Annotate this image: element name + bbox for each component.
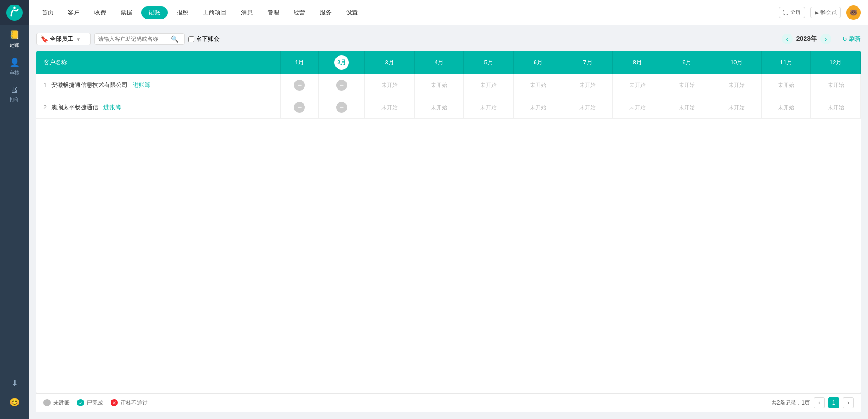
legend-completed: ✓ 已完成 <box>77 399 103 407</box>
row-index: 1 <box>43 82 47 88</box>
top-nav: 首页 客户 收费 票据 记账 报税 工商项目 消息 管理 经营 服务 设置 ⛶ … <box>29 0 868 25</box>
col-header-jun: 6月 <box>513 51 563 74</box>
search-icon[interactable]: 🔍 <box>171 35 178 43</box>
year-nav: ‹ 2023年 › <box>782 34 831 44</box>
next-year-button[interactable]: › <box>820 34 831 44</box>
sidebar-logo <box>0 0 29 25</box>
sidebar-item-download[interactable]: ⬇ <box>0 374 29 393</box>
accounting-icon: 📒 <box>10 30 19 40</box>
status-not-started: 未开始 <box>728 104 745 111</box>
status-not-started: 未开始 <box>480 104 497 111</box>
footer: 未建账 ✓ 已完成 ✕ 审核不通过 共2条记录，1页 ‹ 1 › <box>36 393 861 412</box>
dropdown-arrow-icon: ▾ <box>77 36 80 43</box>
status-dash-icon: − <box>294 80 305 91</box>
status-not-started: 未开始 <box>828 104 844 111</box>
svg-point-1 <box>13 7 15 9</box>
next-page-button[interactable]: › <box>843 397 854 408</box>
main-area: 首页 客户 收费 票据 记账 报税 工商项目 消息 管理 经营 服务 设置 ⛶ … <box>29 0 868 419</box>
cell-oct: 未开始 <box>712 96 761 119</box>
table-wrapper: 客户名称 1月 2月 3月 4月 5月 6月 7月 8月 9月 10月 <box>36 51 861 393</box>
sidebar: 📒 记账 👤 审核 🖨 打印 ⬇ 😊 <box>0 0 29 419</box>
nav-tax[interactable]: 报税 <box>171 7 194 19</box>
sidebar-bottom: ⬇ 😊 <box>0 374 29 419</box>
sidebar-item-print-label: 打印 <box>10 96 19 103</box>
nav-right: ⛶ 全屏 ▶ 畅会员 🐻 <box>779 5 861 20</box>
status-not-started: 未开始 <box>778 104 794 111</box>
nav-invoice[interactable]: 票据 <box>115 7 138 19</box>
status-dash-icon: − <box>336 102 347 113</box>
cell-mar: 未开始 <box>365 96 414 119</box>
status-not-started: 未开始 <box>381 82 398 88</box>
nav-message[interactable]: 消息 <box>236 7 258 19</box>
nav-accounting[interactable]: 记账 <box>141 6 168 19</box>
legend-rejected-label: 审核不通过 <box>121 399 148 407</box>
member-button[interactable]: ▶ 畅会员 <box>810 7 841 18</box>
cell-jan: − <box>280 96 319 119</box>
sidebar-item-audit[interactable]: 👤 审核 <box>0 53 29 81</box>
cell-jun: 未开始 <box>513 74 563 96</box>
status-not-started: 未开始 <box>530 82 546 88</box>
nav-settings[interactable]: 设置 <box>341 7 363 19</box>
member-icon: ▶ <box>815 10 819 16</box>
nav-billing[interactable]: 收费 <box>89 7 111 19</box>
col-header-jul: 7月 <box>563 51 612 74</box>
search-wrapper: 🔍 <box>94 33 185 45</box>
sidebar-item-print[interactable]: 🖨 打印 <box>0 81 29 108</box>
employee-select[interactable]: 🔖 全部员工 ▾ <box>36 33 91 45</box>
nav-bizproject[interactable]: 工商项目 <box>198 7 232 19</box>
cell-apr: 未开始 <box>414 74 463 96</box>
prev-page-button[interactable]: ‹ <box>814 397 825 408</box>
search-input[interactable] <box>98 36 171 42</box>
legend-red-dot: ✕ <box>111 399 118 406</box>
cell-may: 未开始 <box>464 74 513 96</box>
main-table: 客户名称 1月 2月 3月 4月 5月 6月 7月 8月 9月 10月 <box>36 51 861 119</box>
nav-service[interactable]: 服务 <box>314 7 337 19</box>
nav-home[interactable]: 首页 <box>36 7 59 19</box>
cell-nov: 未开始 <box>761 74 810 96</box>
nav-customer[interactable]: 客户 <box>63 7 85 19</box>
sidebar-item-help[interactable]: 😊 <box>0 393 29 412</box>
employee-select-label: 全部员工 <box>50 35 73 43</box>
enter-ledger-link[interactable]: 进账簿 <box>133 82 150 88</box>
cell-jul: 未开始 <box>563 96 612 119</box>
cell-mar: 未开始 <box>365 74 414 96</box>
cell-sep: 未开始 <box>662 74 712 96</box>
avatar-emoji: 🐻 <box>850 9 857 16</box>
sidebar-item-accounting[interactable]: 📒 记账 <box>0 25 29 53</box>
year-display: 2023年 <box>796 35 817 43</box>
nav-management[interactable]: 管理 <box>262 7 285 19</box>
checkbox-text: 名下账套 <box>196 35 220 43</box>
nav-operation[interactable]: 经营 <box>288 7 311 19</box>
client-name-cell: 1 安徽畅捷通信息技术有限公司 进账簿 <box>36 74 280 96</box>
member-label: 畅会员 <box>820 9 837 16</box>
fullscreen-button[interactable]: ⛶ 全屏 <box>779 7 805 18</box>
col-header-mar: 3月 <box>365 51 414 74</box>
status-not-started: 未开始 <box>679 104 695 111</box>
cell-jun: 未开始 <box>513 96 563 119</box>
checkbox-label[interactable]: 名下账套 <box>188 35 220 43</box>
cell-nov: 未开始 <box>761 96 810 119</box>
fullscreen-icon: ⛶ <box>783 10 788 16</box>
my-accounts-checkbox[interactable] <box>188 36 194 42</box>
page-1-button[interactable]: 1 <box>828 397 839 408</box>
download-icon: ⬇ <box>11 378 18 388</box>
col-header-oct: 10月 <box>712 51 761 74</box>
employee-icon: 🔖 <box>40 35 48 43</box>
client-name: 澳澜太平畅捷通信 <box>51 104 98 111</box>
status-not-started: 未开始 <box>828 82 844 88</box>
cell-aug: 未开始 <box>612 74 662 96</box>
footer-right: 共2条记录，1页 ‹ 1 › <box>772 397 854 408</box>
total-records: 共2条记录，1页 <box>772 399 810 407</box>
client-name-cell: 2 澳澜太平畅捷通信 进账簿 <box>36 96 280 119</box>
table-row: 2 澳澜太平畅捷通信 进账簿 −−未开始未开始未开始未开始未开始未开始未开始未开… <box>36 96 861 119</box>
cell-dec: 未开始 <box>811 96 861 119</box>
col-header-apr: 4月 <box>414 51 463 74</box>
enter-ledger-link[interactable]: 进账簿 <box>103 104 121 111</box>
status-not-started: 未开始 <box>381 104 398 111</box>
cell-aug: 未开始 <box>612 96 662 119</box>
refresh-button[interactable]: ↻ 刷新 <box>842 35 861 43</box>
status-not-started: 未开始 <box>778 82 794 88</box>
refresh-icon: ↻ <box>842 36 847 43</box>
user-avatar[interactable]: 🐻 <box>846 5 861 20</box>
prev-year-button[interactable]: ‹ <box>782 34 793 44</box>
